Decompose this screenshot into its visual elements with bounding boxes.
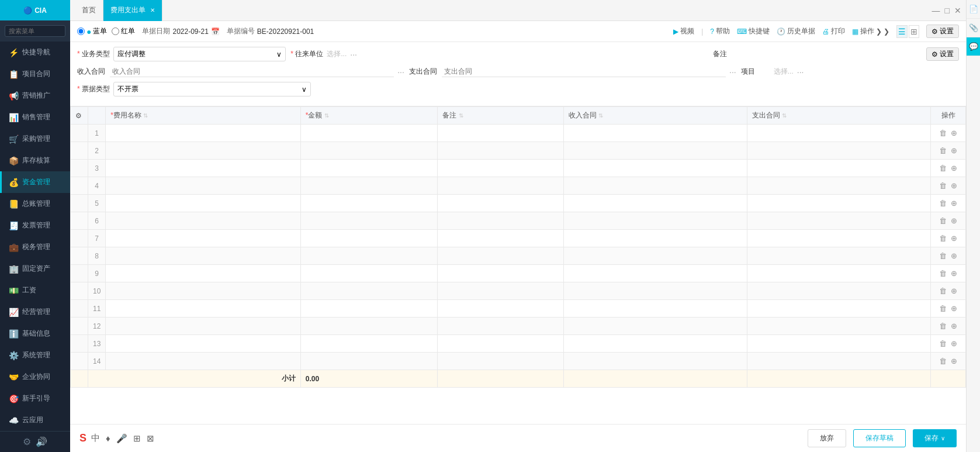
copy-icon[interactable]: ⊕ (951, 216, 957, 225)
row-amount-cell[interactable] (300, 177, 438, 195)
right-panel-msg-icon[interactable]: 💬 (967, 37, 980, 56)
row-name-cell[interactable] (106, 212, 300, 230)
row-name-cell[interactable] (106, 160, 300, 177)
income-contract-input[interactable] (110, 66, 394, 77)
copy-icon[interactable]: ⊕ (951, 146, 957, 155)
row-expense-cell[interactable] (747, 300, 930, 318)
row-expense-cell[interactable] (747, 142, 930, 160)
sidebar-item-fixed-assets[interactable]: 🏢固定资产 (0, 258, 70, 280)
row-name-cell[interactable] (106, 247, 300, 265)
row-amount-cell[interactable] (300, 335, 438, 353)
partner-placeholder[interactable]: 选择... (327, 49, 347, 59)
row-amount-cell[interactable] (300, 265, 438, 282)
row-income-cell[interactable] (563, 125, 747, 142)
delete-icon[interactable]: 🗑 (939, 234, 947, 243)
invoice-type-dropdown[interactable]: 不开票 ∨ (113, 82, 311, 96)
delete-icon[interactable]: 🗑 (939, 357, 947, 365)
partner-more-icon[interactable]: ··· (350, 50, 357, 59)
row-income-cell[interactable] (563, 353, 747, 370)
row-amount-cell[interactable] (300, 300, 438, 318)
row-expense-cell[interactable] (747, 335, 930, 353)
row-amount-cell[interactable] (300, 160, 438, 177)
row-income-cell[interactable] (563, 212, 747, 230)
row-expense-cell[interactable] (747, 318, 930, 335)
row-note-cell[interactable] (438, 335, 563, 353)
save-button[interactable]: 保存 ∨ (913, 429, 957, 447)
row-note-cell[interactable] (438, 212, 563, 230)
expense-contract-more-icon[interactable]: ··· (729, 67, 736, 77)
red-radio-input[interactable] (112, 27, 119, 35)
table-col-expense[interactable]: 支出合同 ⇅ (747, 107, 930, 125)
business-type-dropdown[interactable]: 应付调整 ∨ (113, 47, 286, 61)
row-note-cell[interactable] (438, 125, 563, 142)
delete-icon[interactable]: 🗑 (939, 322, 947, 330)
row-name-cell[interactable] (106, 265, 300, 282)
project-more-icon[interactable]: ··· (797, 67, 804, 77)
row-income-cell[interactable] (563, 265, 747, 282)
sidebar-item-accounting[interactable]: 📒总账管理 (0, 193, 70, 215)
delete-icon[interactable]: 🗑 (939, 181, 947, 190)
list-view-button[interactable]: ☰ (896, 25, 908, 38)
row-name-cell[interactable] (106, 335, 300, 353)
row-name-cell[interactable] (106, 230, 300, 247)
row-amount-cell[interactable] (300, 318, 438, 335)
history-button[interactable]: 🕐 历史单据 (777, 26, 815, 36)
row-note-cell[interactable] (438, 265, 563, 282)
row-amount-cell[interactable] (300, 353, 438, 370)
row-amount-cell[interactable] (300, 247, 438, 265)
grid-icon[interactable]: ⊞ (133, 433, 141, 444)
row-income-cell[interactable] (563, 300, 747, 318)
delete-icon[interactable]: 🗑 (939, 339, 947, 348)
right-panel-clip-icon[interactable]: 📎 (967, 19, 980, 37)
delete-icon[interactable]: 🗑 (939, 199, 947, 208)
sidebar-item-basic-info[interactable]: ℹ️基础信息 (0, 323, 70, 344)
row-note-cell[interactable] (438, 195, 563, 212)
copy-icon[interactable]: ⊕ (951, 269, 957, 278)
row-note-cell[interactable] (438, 318, 563, 335)
red-doc-radio[interactable]: 红单 (112, 26, 135, 36)
table-col-name[interactable]: *费用名称 ⇅ (106, 107, 300, 125)
save-draft-button[interactable]: 保存草稿 (853, 429, 906, 447)
row-note-cell[interactable] (438, 160, 563, 177)
copy-icon[interactable]: ⊕ (951, 199, 957, 208)
sidebar-search-input[interactable] (5, 25, 65, 37)
row-amount-cell[interactable] (300, 195, 438, 212)
delete-icon[interactable]: 🗑 (939, 216, 947, 225)
row-note-cell[interactable] (438, 282, 563, 300)
row-note-cell[interactable] (438, 230, 563, 247)
table-col-income[interactable]: 收入合同 ⇅ (563, 107, 747, 125)
row-note-cell[interactable] (438, 300, 563, 318)
row-expense-cell[interactable] (747, 230, 930, 247)
row-expense-cell[interactable] (747, 160, 930, 177)
copy-icon[interactable]: ⊕ (951, 129, 957, 137)
project-placeholder[interactable]: 选择... (774, 67, 794, 77)
row-amount-cell[interactable] (300, 230, 438, 247)
copy-icon[interactable]: ⊕ (951, 234, 957, 243)
row-expense-cell[interactable] (747, 247, 930, 265)
sidebar-item-sales[interactable]: 📊销售管理 (0, 106, 70, 128)
date-value[interactable]: 2022-09-21 (172, 27, 208, 36)
calendar-icon[interactable]: 📅 (211, 27, 220, 36)
copy-icon[interactable]: ⊕ (951, 181, 957, 190)
row-amount-cell[interactable] (300, 142, 438, 160)
row-income-cell[interactable] (563, 142, 747, 160)
row-name-cell[interactable] (106, 318, 300, 335)
sidebar-item-payroll[interactable]: 💵工资 (0, 280, 70, 301)
sidebar-item-project-contract[interactable]: 📋项目合同 (0, 63, 70, 85)
delete-icon[interactable]: 🗑 (939, 146, 947, 155)
settings-button2[interactable]: ⚙ 设置 (926, 47, 959, 61)
delete-icon[interactable]: 🗑 (939, 287, 947, 295)
check-icon[interactable]: ⊠ (147, 433, 154, 444)
table-col-note[interactable]: 备注 ⇅ (438, 107, 563, 125)
row-expense-cell[interactable] (747, 177, 930, 195)
right-panel-doc-icon[interactable]: 📄 (967, 0, 980, 19)
sidebar-item-invoice[interactable]: 🧾发票管理 (0, 215, 70, 236)
row-name-cell[interactable] (106, 195, 300, 212)
row-name-cell[interactable] (106, 300, 300, 318)
row-amount-cell[interactable] (300, 212, 438, 230)
maximize-button[interactable]: □ (945, 6, 950, 15)
copy-icon[interactable]: ⊕ (951, 339, 957, 348)
row-name-cell[interactable] (106, 125, 300, 142)
row-note-cell[interactable] (438, 142, 563, 160)
copy-icon[interactable]: ⊕ (951, 287, 957, 295)
